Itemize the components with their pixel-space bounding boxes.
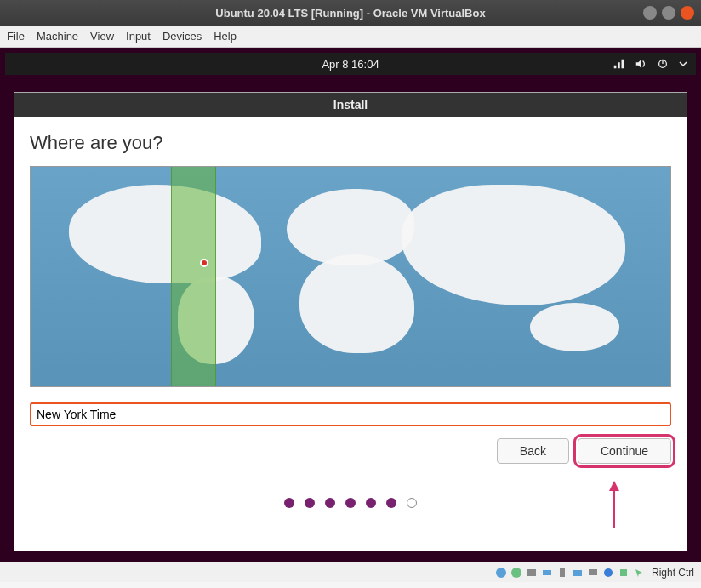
host-window-controls [643, 6, 694, 20]
minimize-icon[interactable] [643, 6, 657, 20]
progress-dot [407, 498, 417, 508]
progress-dot [386, 498, 396, 508]
shared-folder-icon[interactable] [572, 567, 584, 579]
hard-disk-icon[interactable] [495, 567, 507, 579]
progress-dots [30, 498, 671, 508]
vm-display: Apr 8 16:04 Install Where are you? [0, 48, 701, 562]
installer-body: Where are you? Back Continue [14, 117, 687, 551]
menu-help[interactable]: Help [214, 30, 237, 43]
menu-view[interactable]: View [90, 30, 114, 43]
svg-rect-14 [589, 569, 597, 575]
nav-buttons: Back Continue [30, 438, 671, 464]
menu-file[interactable]: File [7, 30, 25, 43]
svg-rect-1 [618, 62, 620, 68]
host-window-title: Ubuntu 20.04 LTS [Running] - Oracle VM V… [7, 7, 694, 20]
page-heading: Where are you? [30, 132, 671, 154]
menu-input[interactable]: Input [126, 30, 151, 43]
svg-rect-2 [622, 60, 624, 69]
timezone-map[interactable] [30, 166, 671, 387]
power-icon[interactable] [657, 58, 669, 70]
cpu-icon[interactable] [618, 567, 630, 579]
maximize-icon[interactable] [662, 6, 675, 20]
display-icon[interactable] [587, 567, 599, 579]
host-titlebar: Ubuntu 20.04 LTS [Running] - Oracle VM V… [0, 0, 701, 26]
svg-rect-0 [614, 66, 617, 69]
progress-dot [284, 498, 294, 508]
progress-dot [345, 498, 356, 508]
vbox-statusbar: Right Ctrl [0, 562, 701, 582]
host-menubar: File Machine View Input Devices Help [0, 26, 701, 48]
menu-devices[interactable]: Devices [162, 30, 202, 43]
progress-dot [366, 498, 376, 508]
mouse-integration-icon[interactable] [633, 567, 645, 579]
recording-icon[interactable] [602, 567, 614, 579]
menu-machine[interactable]: Machine [37, 30, 78, 43]
network-adapter-icon[interactable] [541, 567, 553, 579]
installer-titlebar: Install [14, 93, 687, 117]
svg-point-9 [511, 568, 521, 578]
network-icon[interactable] [613, 58, 624, 70]
progress-dot [305, 498, 315, 508]
installer-window: Install Where are you? Back Continue [14, 92, 687, 551]
progress-dot [325, 498, 335, 508]
svg-rect-10 [527, 569, 536, 576]
audio-icon[interactable] [526, 567, 538, 579]
back-button[interactable]: Back [497, 438, 569, 464]
svg-rect-16 [620, 569, 627, 576]
timezone-highlight [171, 167, 216, 386]
gnome-topbar: Apr 8 16:04 [5, 53, 696, 75]
svg-point-15 [604, 568, 613, 577]
svg-point-8 [496, 568, 506, 578]
svg-rect-12 [560, 568, 565, 577]
annotation-arrow-icon [601, 481, 627, 532]
svg-rect-11 [543, 570, 551, 575]
svg-marker-7 [609, 481, 619, 491]
chevron-down-icon[interactable] [679, 60, 687, 68]
close-icon[interactable] [681, 6, 694, 20]
svg-rect-13 [573, 570, 582, 576]
host-key-label: Right Ctrl [652, 567, 694, 579]
optical-disk-icon[interactable] [510, 567, 522, 579]
gnome-clock: Apr 8 16:04 [322, 58, 379, 71]
usb-icon[interactable] [556, 567, 568, 579]
sound-icon[interactable] [635, 58, 647, 70]
svg-marker-3 [636, 60, 641, 69]
svg-marker-17 [635, 569, 642, 577]
timezone-input[interactable] [30, 402, 671, 426]
continue-button[interactable]: Continue [578, 438, 671, 464]
